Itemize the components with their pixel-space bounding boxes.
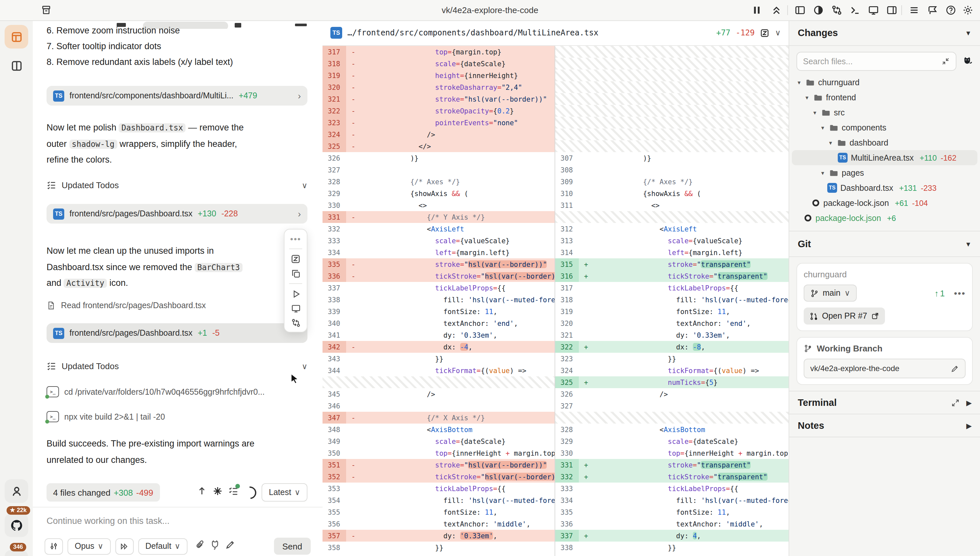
layout-view-button[interactable] [5, 25, 28, 48]
tree-folder-dashboard[interactable]: ▾dashboard [789, 135, 980, 150]
collapse-tree-icon[interactable] [941, 57, 950, 66]
scroll-up-icon[interactable] [197, 486, 207, 499]
updated-todos-row[interactable]: Updated Todos ∨ [47, 361, 307, 371]
collapse-triangle-icon: ▼ [965, 29, 972, 36]
diff-row: 336 textAnchor: 'middle', [555, 518, 789, 530]
tree-folder-pages[interactable]: ▾pages [789, 165, 980, 180]
diff-row: 355 fontSize: 11, [323, 506, 555, 518]
copy-icon[interactable] [290, 268, 302, 279]
updated-todos-row[interactable]: Updated Todos ∨ [47, 180, 307, 190]
terminal-command-row[interactable]: >_ cd /private/var/folders/10/h7w0q46556… [47, 386, 307, 397]
expand-caret: ▾ [827, 139, 834, 146]
github-cat-icon[interactable] [962, 56, 973, 67]
open-pr-button[interactable]: Open PR #7 [804, 307, 885, 325]
board-view-button[interactable] [5, 54, 28, 78]
spark-icon[interactable] [212, 486, 223, 499]
ts-file-icon: TS [53, 208, 64, 219]
working-branch-label: Working Branch [817, 344, 882, 353]
diff-row: 349 scale={dateScale} [323, 435, 555, 447]
model-select[interactable]: Opus∨ [68, 538, 110, 554]
github-cat-icon[interactable] [210, 540, 220, 553]
app-window: vk/4e2a-explore-the-code [0, 0, 980, 556]
panel-right-icon[interactable] [886, 5, 898, 16]
chat-input[interactable]: Continue working on this task... [47, 516, 307, 526]
diff-row: 314 left={margin.left} [555, 247, 789, 258]
diff-row [555, 117, 789, 129]
todos-list-icon[interactable] [228, 486, 239, 499]
working-branch-input[interactable]: vk/4e2a-explore-the-code [804, 359, 965, 378]
help-icon[interactable] [945, 5, 956, 16]
more-options-icon[interactable]: ••• [954, 288, 965, 298]
tree-file-package-lock.json[interactable]: package-lock.json+61-104 [789, 196, 980, 210]
attach-paperclip-icon[interactable] [195, 540, 205, 553]
github-stars-badge: ★ 22k [6, 506, 30, 515]
discord-count-badge: 346 [10, 543, 26, 551]
pen-icon[interactable] [225, 540, 235, 553]
ahead-count[interactable]: ↑ 1 [935, 288, 944, 298]
tree-folder-frontend[interactable]: ▾frontend [789, 90, 980, 105]
expand-icon [951, 398, 960, 407]
diff-row [555, 46, 789, 58]
terminal-icon[interactable] [849, 5, 861, 16]
change-icon[interactable] [760, 28, 770, 38]
view-diff-icon[interactable] [290, 253, 302, 265]
collapse-all-icon[interactable] [771, 5, 782, 16]
diff-row: 318 fill: 'hsl(var(--muted-foreground))'… [555, 294, 789, 305]
tree-file-package-lock.json[interactable]: package-lock.json+6 [789, 210, 980, 226]
notification-dot [235, 484, 240, 488]
terminal-command-row[interactable]: >_ npx vite build 2>&1 | tail -20 [47, 411, 307, 422]
diff-row: 357- dy: '0.33em', [323, 530, 555, 541]
terminal-command-icon: >_ [47, 386, 59, 397]
tree-folder-churnguard[interactable]: ▾churnguard [789, 75, 980, 90]
github-button[interactable] [5, 513, 28, 537]
folder-icon [806, 78, 815, 87]
files-changed-chip[interactable]: 4 files changed +308 -499 [47, 483, 160, 501]
right-sidebar: Changes ▼ Search files... ▾churnguard▾fr… [789, 20, 980, 556]
terminal-section-header[interactable]: Terminal ▶ [789, 391, 980, 414]
git-compare-icon[interactable] [290, 317, 302, 328]
more-options-icon[interactable]: ••• [290, 233, 302, 244]
diff-row: 317- top={margin.top} [323, 46, 555, 58]
tree-folder-src[interactable]: ▾src [789, 105, 980, 120]
diff-file-header[interactable]: TS …/frontend/src/components/dashboard/M… [323, 20, 789, 46]
tree-file-Dashboard.tsx[interactable]: TSDashboard.tsx+131-233 [789, 180, 980, 196]
monitor-icon[interactable] [868, 5, 879, 16]
diff-row: 322- strokeOpacity={0.2} [323, 105, 555, 117]
tree-file-MultiLineArea.tsx[interactable]: TSMultiLineArea.tsx+110-162 [792, 150, 977, 165]
expand-caret: ▾ [812, 109, 818, 116]
monitor-icon[interactable] [290, 302, 302, 314]
git-section-header[interactable]: Git ▼ [789, 231, 980, 257]
assistant-message: Now let me clean up the unused imports i… [47, 243, 242, 292]
diff-row: 330 <> [323, 199, 555, 211]
git-compare-icon[interactable] [831, 5, 842, 16]
diff-row: 327 [555, 400, 789, 412]
tree-folder-components[interactable]: ▾components [789, 120, 980, 135]
settings-sliders-button[interactable] [45, 538, 63, 554]
latest-version-button[interactable]: Latest∨ [262, 483, 307, 501]
branch-select[interactable]: main∨ [804, 284, 857, 302]
feedback-pointer-icon[interactable] [927, 5, 938, 16]
fast-forward-button[interactable] [115, 538, 133, 554]
file-change-chip[interactable]: TS frontend/src/pages/Dashboard.tsx +1 -… [47, 323, 307, 343]
panel-left-icon[interactable] [794, 5, 806, 16]
read-file-row[interactable]: Read frontend/src/pages/Dashboard.tsx [47, 301, 206, 310]
pause-icon[interactable] [751, 5, 762, 16]
file-change-chip[interactable]: TS frontend/src/pages/Dashboard.tsx +130… [47, 204, 307, 223]
changes-section-header[interactable]: Changes ▼ [789, 20, 980, 46]
play-icon[interactable] [290, 288, 302, 300]
settings-gear-icon[interactable] [962, 5, 974, 16]
send-button[interactable]: Send [274, 538, 311, 555]
notes-section-header[interactable]: Notes ▶ [789, 414, 980, 437]
diff-row: 336- tickStroke="hsl(var(--border))" [323, 270, 555, 282]
search-input[interactable]: Search files... [796, 52, 956, 71]
file-change-chip[interactable]: TS frontend/src/components/dashboard/Mul… [47, 86, 307, 105]
diff-row: 353 tickLabelProps={{ [323, 483, 555, 495]
diff-row: 312 <AxisLeft [555, 223, 789, 235]
contrast-circle-icon[interactable] [813, 5, 824, 16]
diff-row: 332 <AxisLeft [323, 223, 555, 235]
mode-select[interactable]: Default∨ [138, 538, 187, 554]
chevron-down-icon[interactable]: ∨ [775, 28, 781, 37]
menu-icon[interactable] [909, 5, 920, 16]
account-button[interactable] [5, 479, 28, 503]
mouse-cursor [289, 373, 300, 387]
